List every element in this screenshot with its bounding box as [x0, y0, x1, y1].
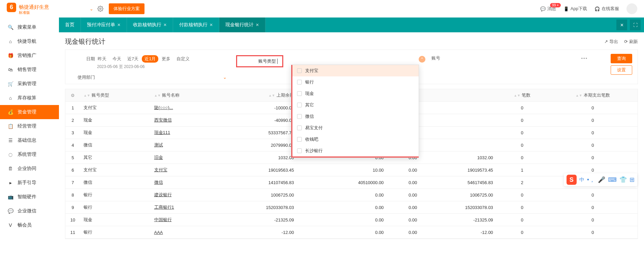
- dropdown-item[interactable]: 支付宝: [292, 65, 419, 76]
- settings-button[interactable]: 设置: [611, 65, 632, 75]
- customer-service-action[interactable]: 🎧 在线客服: [594, 6, 619, 12]
- dropdown-item[interactable]: 现金: [292, 88, 419, 99]
- ime-lang[interactable]: 中: [579, 177, 584, 183]
- cell-c7: [420, 139, 496, 151]
- sidebar-item-6[interactable]: 💰资金管理: [0, 105, 59, 119]
- sidebar-item-14[interactable]: V畅会员: [0, 218, 59, 232]
- dropdown-item[interactable]: 易宝支付: [292, 122, 419, 134]
- column-header[interactable]: ▲▼上期余额: [221, 89, 297, 102]
- dropdown-item[interactable]: 收钱吧: [292, 134, 419, 145]
- sidebar-item-5[interactable]: ⌂库存核算: [0, 91, 59, 105]
- date-opt[interactable]: 近1月: [142, 55, 158, 63]
- sort-icon[interactable]: ▲▼: [576, 95, 582, 96]
- sidebar-item-4[interactable]: 🛒采购管理: [0, 77, 59, 91]
- date-opt[interactable]: 近7天: [125, 55, 141, 63]
- tab[interactable]: 现金银行统计✕: [219, 18, 265, 32]
- close-icon[interactable]: ✕: [210, 23, 213, 27]
- column-header[interactable]: ▲▼账号类型: [80, 89, 151, 102]
- checkbox[interactable]: [297, 68, 302, 73]
- sidebar-item-3[interactable]: 🛍销售管理: [0, 63, 59, 77]
- sidebar-icon: ☰: [7, 138, 13, 143]
- account-link[interactable]: 支付宝: [154, 167, 167, 172]
- account-link[interactable]: 测试: [154, 142, 163, 147]
- messages-action[interactable]: 💬 消息 99 +: [540, 6, 556, 12]
- account-link[interactable]: 工商银行1: [154, 205, 174, 210]
- refresh-button[interactable]: ⟳ 刷新: [624, 39, 638, 45]
- tab[interactable]: 预付冲应付单✕: [81, 18, 127, 32]
- brand-bar: 6 畅捷通好生意 标准版 ⌄ 体验行业方案 💬 消息 99 + 📱 App下载 …: [0, 0, 644, 18]
- account-filter[interactable]: 账号 •••: [431, 55, 588, 61]
- sidebar-item-12[interactable]: 📺智能硬件: [0, 190, 59, 204]
- checkbox[interactable]: [297, 103, 302, 107]
- dropdown-item[interactable]: 银行: [292, 76, 419, 88]
- sidebar-item-1[interactable]: ⌂快捷导航: [0, 34, 59, 48]
- account-link[interactable]: 现金111: [154, 130, 170, 135]
- fullscreen-button[interactable]: ⛶: [630, 20, 641, 30]
- account-link[interactable]: 西安微信: [154, 117, 172, 123]
- date-opt[interactable]: 今天: [110, 55, 124, 63]
- date-opt[interactable]: 昨天: [95, 55, 109, 63]
- column-header[interactable]: [420, 89, 496, 102]
- account-link[interactable]: 旧金: [154, 155, 163, 160]
- sidebar-item-13[interactable]: 💬企业微信: [0, 204, 59, 218]
- close-all-tabs-button[interactable]: ✕: [616, 20, 627, 30]
- sort-icon[interactable]: ▲▼: [84, 95, 90, 96]
- checkbox[interactable]: [297, 126, 302, 130]
- checkbox[interactable]: [297, 114, 302, 119]
- cell-prev: 1032.00: [221, 151, 297, 164]
- account-type-filter[interactable]: 账号类型: [236, 55, 283, 67]
- skin-icon[interactable]: 👕: [619, 176, 627, 183]
- account-link[interactable]: 建设银行: [154, 192, 172, 197]
- checkbox[interactable]: [297, 80, 302, 84]
- date-opt[interactable]: 更多: [159, 55, 173, 63]
- sort-icon[interactable]: ▲▼: [154, 95, 161, 96]
- ime-punct-icon[interactable]: •，: [587, 176, 595, 184]
- close-icon[interactable]: ✕: [256, 23, 259, 27]
- tab[interactable]: 首页: [59, 18, 81, 32]
- cell-c7: -12.00: [420, 226, 496, 239]
- date-opt[interactable]: 自定义: [174, 55, 192, 63]
- dropdown-item[interactable]: 其它: [292, 99, 419, 111]
- dropdown-item[interactable]: 微信: [292, 111, 419, 122]
- column-header[interactable]: ▲▼笔数: [496, 89, 548, 102]
- gear-icon[interactable]: ⚙: [71, 93, 75, 98]
- chevron-down-icon[interactable]: ⌄: [223, 75, 227, 80]
- gear-icon[interactable]: [97, 6, 103, 12]
- org-selector[interactable]: ⌄: [69, 6, 93, 11]
- account-link[interactable]: 中国银行: [154, 217, 172, 222]
- account-link[interactable]: 微信: [154, 180, 163, 185]
- column-header[interactable]: ▲▼本期支出笔数: [548, 89, 638, 102]
- collapse-icon[interactable]: ⌃: [419, 56, 425, 63]
- dropdown-item[interactable]: 长沙银行: [292, 145, 419, 157]
- keyboard-icon[interactable]: ⌨: [608, 176, 617, 183]
- tab[interactable]: 付款核销执行✕: [173, 18, 219, 32]
- toolbox-icon[interactable]: ⊞: [630, 176, 635, 183]
- tab[interactable]: 收款核销执行✕: [127, 18, 173, 32]
- sidebar-item-10[interactable]: 🗓企业协同: [0, 162, 59, 176]
- column-header[interactable]: ▲▼账号名称: [151, 89, 222, 102]
- more-dots-icon[interactable]: •••: [581, 56, 588, 61]
- account-link[interactable]: AAA: [154, 230, 163, 235]
- sort-icon[interactable]: ▲▼: [514, 95, 520, 96]
- sidebar-item-7[interactable]: 📋经营管理: [0, 119, 59, 133]
- org-name-text: [69, 6, 87, 11]
- query-button[interactable]: 查询: [611, 54, 632, 63]
- microphone-icon[interactable]: 🎤: [598, 176, 605, 183]
- close-icon[interactable]: ✕: [117, 23, 121, 27]
- account-link[interactable]: 陡(○○○)...: [154, 105, 173, 110]
- sidebar-item-8[interactable]: ☰基础信息: [0, 133, 59, 147]
- avatar[interactable]: [626, 3, 637, 14]
- close-icon[interactable]: ✕: [163, 23, 167, 27]
- sidebar-item-2[interactable]: 🎁营销推广: [0, 48, 59, 63]
- sort-icon[interactable]: ▲▼: [268, 95, 275, 96]
- app-download-action[interactable]: 📱 App下载: [564, 6, 587, 12]
- checkbox[interactable]: [297, 91, 302, 96]
- checkbox[interactable]: [297, 148, 302, 153]
- sidebar-item-9[interactable]: ◌系统管理: [0, 147, 59, 162]
- sidebar-item-0[interactable]: 🔍搜索菜单: [0, 20, 59, 34]
- trial-button[interactable]: 体验行业方案: [109, 3, 144, 14]
- checkbox[interactable]: [297, 137, 302, 142]
- sogou-icon[interactable]: S: [567, 175, 577, 185]
- export-button[interactable]: ↗ 导出: [604, 39, 618, 45]
- sidebar-item-11[interactable]: ▸新手引导: [0, 176, 59, 190]
